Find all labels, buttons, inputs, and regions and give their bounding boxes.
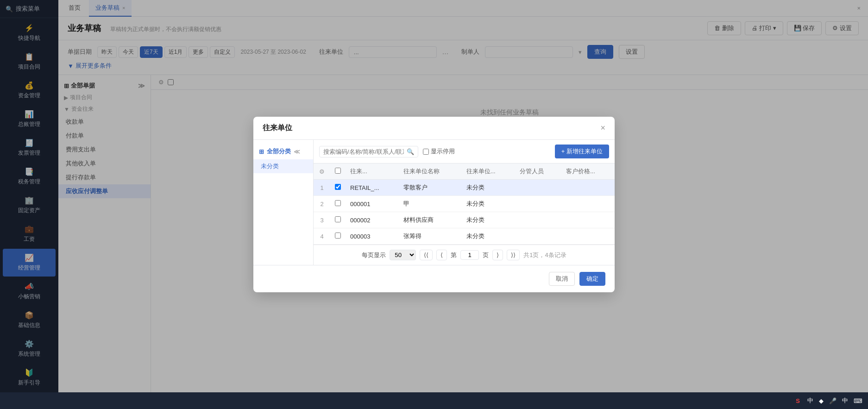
table-row[interactable]: 3 000002 材料供应商 未分类 xyxy=(314,212,615,228)
dsb-collapse-icon[interactable]: ≪ xyxy=(294,148,300,155)
page-total-info: 共1页，4条记录 xyxy=(523,251,566,259)
taskbar-item-5: ⌨ xyxy=(854,397,862,404)
dialog-search-icon: 🔍 xyxy=(407,148,414,155)
per-page-label: 每页显示 xyxy=(362,251,386,259)
dialog-title: 往来单位 xyxy=(263,123,292,133)
page-first-button[interactable]: ⟨⟨ xyxy=(420,250,433,260)
row-manager xyxy=(515,196,561,212)
show-disabled-checkbox[interactable] xyxy=(423,149,429,155)
taskbar: S 中 ◆ 🎤 中 ⌨ xyxy=(0,392,868,409)
dialog-footer: 取消 确定 xyxy=(253,265,615,292)
dsb-all-label: 全部分类 xyxy=(267,147,291,156)
col-manager: 分管人员 xyxy=(515,164,561,180)
row-checkbox-cell xyxy=(330,228,346,245)
row-code: 000001 xyxy=(346,196,399,212)
col-name: 往来单位名称 xyxy=(399,164,462,180)
row-price-level xyxy=(561,212,615,228)
col-code: 往来... xyxy=(346,164,399,180)
dialog-pagination: 每页显示 50 100 ⟨⟨ ⟨ 第 页 ⟩ ⟩⟩ 共1页，4条记录 xyxy=(314,245,615,265)
page-last-button[interactable]: ⟩⟩ xyxy=(507,250,520,260)
taskbar-item-1: 中 xyxy=(807,396,813,405)
dsb-item-uncategorized[interactable]: 未分类 xyxy=(253,159,313,173)
dialog-overlay: 往来单位 × ⊞ 全部分类 ≪ 未分类 🔍 xyxy=(0,0,868,409)
dialog-header: 往来单位 × xyxy=(253,117,615,140)
partners-table-body: 1 RETAIL_... 零散客户 未分类 2 000001 甲 未分类 3 0… xyxy=(314,180,615,245)
dialog-close-button[interactable]: × xyxy=(600,123,605,133)
col-price-level: 客户价格... xyxy=(561,164,615,180)
row-price-level xyxy=(561,228,615,245)
col-settings: ⚙ xyxy=(314,164,330,180)
partners-table: ⚙ 往来... 往来单位名称 往来单位... 分管人员 客户价格... 1 xyxy=(314,164,615,245)
select-all-checkbox[interactable] xyxy=(335,168,341,174)
row-category: 未分类 xyxy=(462,228,515,245)
row-name: 零散客户 xyxy=(399,180,462,196)
row-index: 3 xyxy=(314,212,330,228)
table-row[interactable]: 4 000003 张筹得 未分类 xyxy=(314,228,615,245)
row-price-level xyxy=(561,180,615,196)
page-next-button[interactable]: ⟩ xyxy=(492,250,503,260)
add-partner-button[interactable]: + 新增往来单位 xyxy=(555,145,609,158)
row-checkbox[interactable] xyxy=(335,184,341,190)
taskbar-item-2: ◆ xyxy=(819,397,824,404)
per-page-select[interactable]: 50 100 xyxy=(390,250,416,260)
row-index: 2 xyxy=(314,196,330,212)
confirm-button[interactable]: 确定 xyxy=(579,272,605,286)
row-name: 甲 xyxy=(399,196,462,212)
show-disabled-label[interactable]: 显示停用 xyxy=(423,147,455,156)
row-name: 张筹得 xyxy=(399,228,462,245)
row-checkbox[interactable] xyxy=(335,200,341,206)
row-category: 未分类 xyxy=(462,212,515,228)
table-row[interactable]: 1 RETAIL_... 零散客户 未分类 xyxy=(314,180,615,196)
row-manager xyxy=(515,180,561,196)
row-category: 未分类 xyxy=(462,196,515,212)
page-unit: 页 xyxy=(483,251,489,259)
dialog-main: 🔍 显示停用 + 新增往来单位 ⚙ xyxy=(314,140,615,265)
row-code: 000003 xyxy=(346,228,399,245)
page-prev-button[interactable]: ⟨ xyxy=(436,250,447,260)
row-checkbox[interactable] xyxy=(335,233,341,239)
row-checkbox-cell xyxy=(330,180,346,196)
row-category: 未分类 xyxy=(462,180,515,196)
page-number-input[interactable] xyxy=(460,250,479,260)
dialog-search-input[interactable] xyxy=(323,148,404,155)
row-manager xyxy=(515,228,561,245)
taskbar-item-4: 中 xyxy=(842,396,848,405)
col-select xyxy=(330,164,346,180)
row-checkbox[interactable] xyxy=(335,216,341,222)
row-index: 1 xyxy=(314,180,330,196)
dialog-search-wrap: 🔍 xyxy=(319,146,418,157)
row-code: 000002 xyxy=(346,212,399,228)
row-checkbox-cell xyxy=(330,196,346,212)
page-label: 第 xyxy=(451,251,457,259)
row-name: 材料供应商 xyxy=(399,212,462,228)
dialog-toolbar: 🔍 显示停用 + 新增往来单位 xyxy=(314,140,615,164)
row-manager xyxy=(515,212,561,228)
cancel-button[interactable]: 取消 xyxy=(549,272,575,286)
row-checkbox-cell xyxy=(330,212,346,228)
dialog-table: ⚙ 往来... 往来单位名称 往来单位... 分管人员 客户价格... 1 xyxy=(314,164,615,245)
table-header-row: ⚙ 往来... 往来单位名称 往来单位... 分管人员 客户价格... xyxy=(314,164,615,180)
row-code: RETAIL_... xyxy=(346,180,399,196)
dialog-sidebar: ⊞ 全部分类 ≪ 未分类 xyxy=(253,140,314,265)
dialog: 往来单位 × ⊞ 全部分类 ≪ 未分类 🔍 xyxy=(253,117,615,292)
taskbar-logo: S xyxy=(796,397,800,404)
row-price-level xyxy=(561,196,615,212)
taskbar-item-3: 🎤 xyxy=(829,397,837,404)
table-row[interactable]: 2 000001 甲 未分类 xyxy=(314,196,615,212)
dialog-sidebar-all[interactable]: ⊞ 全部分类 ≪ xyxy=(253,144,313,159)
dsb-grid-icon: ⊞ xyxy=(259,148,264,155)
dialog-body: ⊞ 全部分类 ≪ 未分类 🔍 显示停用 xyxy=(253,140,615,265)
col-category: 往来单位... xyxy=(462,164,515,180)
row-index: 4 xyxy=(314,228,330,245)
